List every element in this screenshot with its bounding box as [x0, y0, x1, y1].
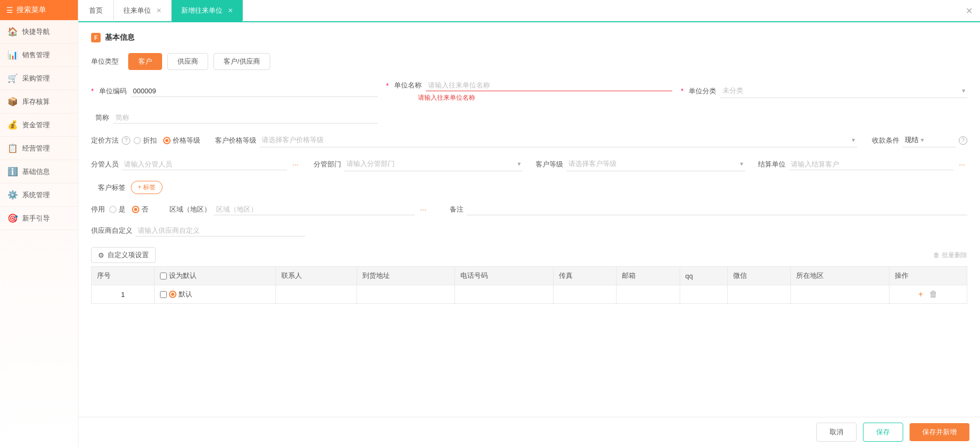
supplier-custom-input[interactable]: [138, 226, 303, 234]
col-address: 到货地址: [357, 267, 455, 285]
tab2-close[interactable]: ✕: [228, 7, 233, 14]
dept-select[interactable]: 请输入分管部门 ▾: [344, 157, 523, 171]
tab-home[interactable]: 首页: [78, 0, 114, 22]
btn-both[interactable]: 客户/供应商: [213, 53, 270, 70]
sales-icon: 📊: [7, 50, 18, 60]
sidebar-item-operations[interactable]: 📋 经营管理: [0, 137, 78, 160]
region-dots-btn[interactable]: ···: [418, 205, 429, 214]
search-menu[interactable]: ☰ 搜索菜单: [0, 0, 78, 20]
cancel-button[interactable]: 取消: [816, 423, 857, 442]
customer-price-select[interactable]: 请选择客户价格等级 ▾: [260, 133, 857, 147]
row-supplier-custom: 供应商自定义: [91, 225, 967, 236]
unit-code-wrap: [131, 85, 378, 97]
cell-email: [617, 285, 680, 304]
short-name-label: 简称: [95, 113, 109, 122]
short-name-input[interactable]: [115, 113, 376, 121]
delete-row-btn[interactable]: 🗑: [929, 290, 938, 299]
disabled-label: 停用: [91, 205, 105, 214]
payment-select[interactable]: 现结 ▾: [903, 133, 956, 147]
region-input[interactable]: [216, 205, 413, 213]
sidebar-item-basic[interactable]: ℹ️ 基础信息: [0, 160, 78, 183]
unit-name-input[interactable]: [428, 81, 671, 89]
col-qq: qq: [680, 267, 727, 285]
default-radio[interactable]: 默认: [169, 290, 192, 299]
sidebar-item-sales[interactable]: 📊 销售管理: [0, 43, 78, 67]
add-tag-button[interactable]: + 标签: [131, 181, 163, 194]
row-tags: 客户标签 + 标签: [91, 181, 967, 194]
sidebar-item-finance[interactable]: 💰 资金管理: [0, 113, 78, 137]
settlement-input[interactable]: [791, 160, 952, 168]
settlement-label: 结算单位: [758, 160, 786, 169]
tab-new-contact[interactable]: 新增往来单位 ✕: [172, 0, 243, 22]
col-checkbox[interactable]: [160, 273, 167, 279]
col-contact: 联系人: [276, 267, 357, 285]
sidebar-item-guide[interactable]: 🎯 新手引导: [0, 207, 78, 230]
batch-delete-button[interactable]: 🗑 批量删除: [933, 251, 967, 260]
customer-price-arrow-icon: ▾: [852, 136, 855, 144]
dept-label: 分管部门: [314, 160, 341, 169]
nav-icon: 🏠: [7, 27, 18, 37]
manager-label: 分管人员: [91, 160, 119, 169]
note-input[interactable]: [469, 205, 965, 213]
tab-contacts[interactable]: 往来单位 ✕: [114, 0, 172, 22]
btn-supplier[interactable]: 供应商: [167, 53, 208, 70]
unit-code-input[interactable]: [133, 87, 376, 95]
save-new-button[interactable]: 保存并新增: [910, 423, 969, 441]
row-checkbox[interactable]: [160, 291, 167, 298]
category-arrow-icon: ▾: [962, 87, 965, 94]
radio-price-level[interactable]: 价格等级: [163, 136, 200, 145]
section-icon: F: [91, 33, 101, 42]
save-button[interactable]: 保存: [863, 423, 903, 442]
field-short-name: 简称: [91, 112, 378, 124]
payment-question-icon[interactable]: ?: [959, 136, 967, 145]
manager-dots-btn[interactable]: ···: [290, 160, 301, 169]
table-section: ⚙ 自定义项设置 🗑 批量删除 序号 设为默认: [91, 247, 967, 304]
radio-no[interactable]: 否: [132, 205, 148, 214]
radio-no-circle: [132, 206, 139, 213]
col-fax: 传真: [553, 267, 616, 285]
manager-input[interactable]: [124, 160, 285, 168]
unit-category-select[interactable]: 未分类 ▾: [720, 84, 967, 98]
unit-name-error: 请输入往来单位名称: [386, 93, 673, 102]
purchase-icon: 🛒: [7, 73, 18, 83]
inventory-icon: 📦: [7, 97, 18, 107]
sidebar: ☰ 搜索菜单 🏠 快捷导航 📊 销售管理 🛒 采购管理 📦 库存核算 💰 资金管…: [0, 0, 78, 447]
cell-contact: [276, 285, 357, 304]
unit-name-label: 单位名称: [394, 81, 422, 90]
settlement-dots-btn[interactable]: ···: [957, 160, 967, 169]
guide-icon: 🎯: [7, 213, 18, 223]
pricing-label: 定价方法: [91, 136, 119, 145]
payment-arrow-icon: ▾: [921, 136, 924, 144]
field-payment-terms: 收款条件 现结 ▾ ?: [872, 133, 967, 147]
supplier-custom-label: 供应商自定义: [91, 226, 132, 235]
col-no: 序号: [92, 267, 155, 285]
col-action: 操作: [889, 267, 967, 285]
tab1-close[interactable]: ✕: [156, 7, 162, 14]
field-unit-category: * 单位分类 未分类 ▾: [681, 80, 967, 102]
pricing-question-icon[interactable]: ?: [122, 136, 130, 145]
sidebar-item-system[interactable]: ⚙️ 系统管理: [0, 183, 78, 207]
unit-category-label: 单位分类: [689, 86, 716, 96]
sidebar-item-nav[interactable]: 🏠 快捷导航: [0, 20, 78, 43]
finance-icon: 💰: [7, 120, 18, 130]
sidebar-item-purchase[interactable]: 🛒 采购管理: [0, 67, 78, 90]
customer-level-select[interactable]: 请选择客户等级 ▾: [566, 157, 745, 171]
close-all-button[interactable]: ✕: [958, 0, 980, 22]
main-area: 首页 往来单位 ✕ 新增往来单位 ✕ ✕ F 基本信息 单位类型 客户 供应商 …: [78, 0, 980, 447]
add-row-btn[interactable]: +: [918, 290, 923, 299]
cell-fax: [553, 285, 616, 304]
radio-yes[interactable]: 是: [109, 205, 126, 214]
tab-bar: 首页 往来单位 ✕ 新增往来单位 ✕ ✕: [78, 0, 980, 22]
cell-no: 1: [92, 285, 155, 304]
btn-customer[interactable]: 客户: [128, 53, 162, 70]
col-default: 设为默认: [155, 267, 276, 285]
custom-settings-button[interactable]: ⚙ 自定义项设置: [91, 247, 156, 263]
field-manager: 分管人员 ···: [91, 159, 301, 170]
search-icon: ☰: [6, 6, 13, 14]
cell-wechat: [727, 285, 790, 304]
region-input-wrap: [214, 204, 415, 215]
radio-discount-circle: [133, 137, 141, 144]
radio-discount[interactable]: 折扣: [133, 136, 157, 145]
radio-yes-circle: [109, 206, 117, 213]
sidebar-item-inventory[interactable]: 📦 库存核算: [0, 90, 78, 113]
